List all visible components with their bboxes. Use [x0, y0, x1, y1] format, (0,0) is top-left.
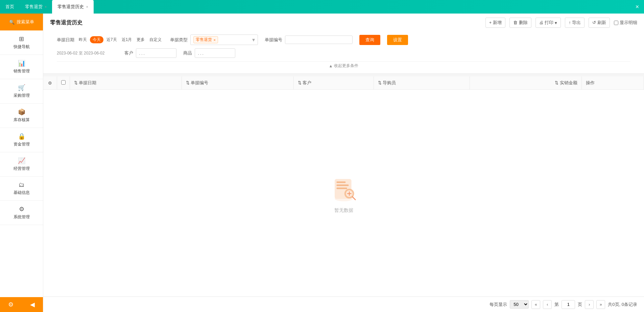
bill-type-tag: 零售退货 × [193, 36, 218, 43]
inventory-icon: 📦 [18, 108, 25, 116]
date-range-value: 2023-06-02 至 2023-06-02 [57, 50, 104, 56]
date-opt-yesterday[interactable]: 昨天 [77, 36, 89, 43]
goods-label: 商品 [183, 50, 192, 56]
filter-goods: 商品 ... [183, 48, 235, 58]
prev-page-button[interactable]: ‹ [543, 300, 552, 309]
sidebar-search[interactable]: 🔍 搜索菜单 [0, 14, 43, 30]
new-button[interactable]: + 新增 [485, 18, 505, 28]
tab-retail-return-history-close[interactable]: × [86, 5, 88, 9]
empty-icon [329, 173, 359, 203]
date-opt-7days[interactable]: 近7天 [105, 36, 119, 43]
collapse-bar[interactable]: ▲ 收起更多条件 [57, 61, 630, 70]
date-opt-1month[interactable]: 近1月 [120, 36, 134, 43]
content-area: 零售退货历史 + 新增 🗑 删除 🖨 打印 ▾ ↑ 导出 [43, 14, 644, 312]
goods-input[interactable]: ... [195, 48, 235, 58]
main-layout: 🔍 搜索菜单 ⊞ 快捷导航 📊 销售管理 🛒 采购管理 📦 库存核算 🔒 [0, 14, 644, 312]
sidebar-item-sales[interactable]: 📊 销售管理 [0, 55, 43, 79]
filter-customer: 客户 ... [124, 48, 176, 58]
system-icon: ⚙ [19, 205, 24, 213]
filter-bill-date: 单据日期 昨天 今天 近7天 近1月 更多 自定义 [57, 36, 163, 43]
bill-type-tag-close[interactable]: × [213, 38, 215, 42]
table-header-row: ⚙ ⇅ 单据日期 ⇅ 单据编号 [43, 76, 644, 90]
col-guide[interactable]: ⇅ 导购员 [374, 76, 470, 90]
window-close-button[interactable]: × [630, 0, 644, 14]
settings-button[interactable]: 设置 [387, 35, 408, 45]
first-page-button[interactable]: « [531, 300, 540, 309]
col-bill-no[interactable]: ⇅ 单据编号 [182, 76, 293, 90]
date-options: 昨天 今天 近7天 近1月 更多 自定义 [77, 36, 163, 43]
settings-col-icon: ⚙ [48, 81, 52, 86]
bill-type-select[interactable]: 零售退货 × ▾ [190, 35, 258, 45]
empty-state: 暂无数据 [43, 90, 644, 296]
filter-row-1: 单据日期 昨天 今天 近7天 近1月 更多 自定义 单据类型 [57, 35, 630, 45]
collapse-sidebar-icon[interactable]: ◀ [30, 301, 35, 308]
operation-label: 经营管理 [14, 166, 30, 172]
pagination-bar: 每页显示 50 10 20 100 « ‹ 第 页 › » 共0页, 0条记录 [43, 296, 644, 312]
operation-icon: 📈 [18, 157, 25, 164]
sidebar-search-label: 搜索菜单 [17, 19, 34, 25]
select-all-checkbox[interactable] [61, 80, 66, 85]
col-settings[interactable]: ⚙ [43, 76, 57, 90]
sidebar-item-system[interactable]: ⚙ 系统管理 [0, 201, 43, 225]
filter-area: 单据日期 昨天 今天 近7天 近1月 更多 自定义 单据类型 [50, 31, 637, 73]
sidebar-item-finance[interactable]: 🔒 资金管理 [0, 128, 43, 152]
sidebar-item-operation[interactable]: 📈 经营管理 [0, 152, 43, 177]
bill-type-chevron-icon: ▾ [252, 37, 255, 43]
tab-retail-return-close[interactable]: × [45, 5, 47, 9]
sidebar-item-purchase[interactable]: 🛒 采购管理 [0, 79, 43, 104]
col-checkbox[interactable] [57, 76, 70, 90]
date-opt-custom[interactable]: 自定义 [148, 36, 163, 43]
refresh-button[interactable]: ↺ 刷新 [589, 18, 610, 28]
col-amount[interactable]: ⇅ 实销金额 [470, 76, 581, 90]
empty-text: 暂无数据 [334, 207, 353, 214]
quick-nav-icon: ⊞ [19, 35, 24, 43]
col-bill-date[interactable]: ⇅ 单据日期 [70, 76, 182, 90]
page-label: 第 [554, 302, 559, 308]
filter-row-2: 2023-06-02 至 2023-06-02 客户 ... 商品 ... [57, 48, 630, 58]
system-label: 系统管理 [14, 214, 30, 220]
per-page-select[interactable]: 50 10 20 100 [510, 300, 529, 309]
basic-info-icon: 🗂 [19, 181, 25, 188]
tab-retail-return[interactable]: 零售退货 × [20, 0, 52, 14]
page-title-row: 零售退货历史 + 新增 🗑 删除 🖨 打印 ▾ ↑ 导出 [50, 18, 637, 28]
display-detail-checkbox-label: 显示明细 [614, 20, 637, 26]
collapse-label: 收起更多条件 [334, 63, 358, 69]
query-button[interactable]: 查询 [359, 35, 380, 45]
page-suffix: 页 [578, 302, 582, 308]
customer-input[interactable]: ... [136, 48, 176, 58]
sidebar: 🔍 搜索菜单 ⊞ 快捷导航 📊 销售管理 🛒 采购管理 📦 库存核算 🔒 [0, 14, 43, 312]
basic-info-label: 基础信息 [14, 190, 30, 196]
sidebar-item-basic-info[interactable]: 🗂 基础信息 [0, 177, 43, 201]
customer-label: 客户 [124, 50, 133, 56]
topbar-tabs: 首页 零售退货 × 零售退货历史 × [0, 0, 630, 14]
page-title: 零售退货历史 [50, 19, 82, 26]
last-page-button[interactable]: » [596, 300, 605, 309]
page-number-input[interactable] [562, 300, 575, 309]
sidebar-item-inventory[interactable]: 📦 库存核算 [0, 104, 43, 128]
date-opt-more[interactable]: 更多 [135, 36, 146, 43]
tab-retail-return-history[interactable]: 零售退货历史 × [52, 0, 93, 14]
bill-type-label: 单据类型 [170, 37, 188, 43]
sidebar-nav: ⊞ 快捷导航 📊 销售管理 🛒 采购管理 📦 库存核算 🔒 资金管理 📈 [0, 30, 43, 297]
tab-home[interactable]: 首页 [0, 0, 20, 14]
print-chevron-icon: ▾ [555, 20, 557, 25]
settings-bottom-icon[interactable]: ⚙ [8, 301, 14, 308]
delete-button[interactable]: 🗑 删除 [509, 18, 531, 28]
next-page-button[interactable]: › [585, 300, 594, 309]
filter-bill-no: 单据编号 [265, 36, 353, 44]
inventory-label: 库存核算 [14, 117, 30, 123]
collapse-icon: ▲ [329, 63, 333, 69]
col-customer[interactable]: ⇅ 客户 [293, 76, 374, 90]
svg-rect-2 [336, 181, 345, 183]
topbar: 首页 零售退货 × 零售退货历史 × × [0, 0, 644, 14]
export-button[interactable]: ↑ 导出 [565, 18, 585, 28]
display-detail-checkbox[interactable] [614, 21, 618, 25]
bill-no-label: 单据编号 [265, 37, 282, 43]
search-icon: 🔍 [9, 20, 15, 25]
sidebar-item-quick-nav[interactable]: ⊞ 快捷导航 [0, 30, 43, 55]
quick-nav-label: 快捷导航 [14, 44, 30, 50]
finance-icon: 🔒 [18, 133, 25, 140]
bill-no-input[interactable] [285, 36, 353, 44]
date-opt-today[interactable]: 今天 [90, 36, 103, 43]
print-button[interactable]: 🖨 打印 ▾ [535, 18, 561, 28]
